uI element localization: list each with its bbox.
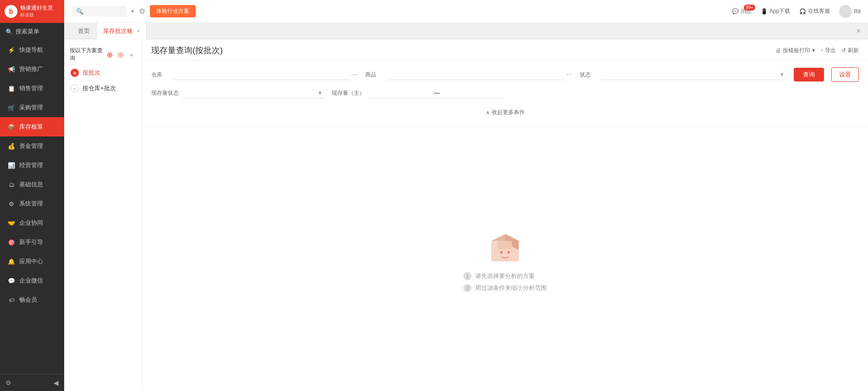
username-label: Rit xyxy=(854,8,861,15)
panel-close-icon[interactable]: × xyxy=(857,27,861,35)
stock-status-dropdown-icon: ▾ xyxy=(319,89,322,96)
tip-text-1: 请先选择要分析的方案 xyxy=(475,272,535,280)
system-icon: ⚙ xyxy=(7,200,16,208)
menu-label: 应用中心 xyxy=(19,257,43,266)
sidebar-item-inventory[interactable]: 📦 库存核算 xyxy=(0,117,64,136)
print-dropdown-icon[interactable]: ▾ xyxy=(812,47,815,54)
sidebar-item-marketing[interactable]: 📢 营销推广 xyxy=(0,60,64,79)
print-icon: 🖨 xyxy=(775,47,781,54)
empty-tip-2: 2 用过滤条件来缩小分析范围 xyxy=(463,284,547,292)
tab-close-icon[interactable]: × xyxy=(137,28,140,34)
wechat-icon: 💬 xyxy=(7,277,16,285)
plan-item-batch[interactable]: ⊕ 按批次 xyxy=(64,65,142,81)
sidebar-item-system[interactable]: ⚙ 系统管理 xyxy=(0,194,64,213)
menu-label: 经营管理 xyxy=(19,161,43,169)
product-dots-btn[interactable]: ··· xyxy=(566,71,572,79)
sidebar-menu: ⚡ 快捷导航 📢 营销推广 📋 销售管理 🛒 采购管理 📦 库存核算 💰 资金管… xyxy=(0,40,64,374)
plan-section-label: 按以下方案查询 xyxy=(70,47,105,62)
collapse-more-btn[interactable]: ∧ 收起更多条件 xyxy=(151,106,859,119)
menu-label: 营销推广 xyxy=(19,65,43,73)
collapse-panel-btn[interactable]: « xyxy=(127,50,136,59)
member-icon: 🏷 xyxy=(7,296,16,304)
menu-label: 快捷导航 xyxy=(19,46,43,54)
plan-warehouse-batch-label: 按仓库+批次 xyxy=(82,84,116,92)
online-service-action[interactable]: 🎧 在线客服 xyxy=(799,7,830,15)
app-download-label: App下载 xyxy=(769,7,790,15)
app-logo: b xyxy=(5,5,17,18)
app-title: 畅康通好生意 xyxy=(20,5,53,12)
online-service-label: 在线客服 xyxy=(808,7,830,15)
svg-point-4 xyxy=(500,251,503,254)
message-action[interactable]: 💬 消息 99+ xyxy=(732,7,752,15)
sidebar-item-sales[interactable]: 📋 销售管理 xyxy=(0,79,64,98)
warehouse-input[interactable] xyxy=(173,70,350,80)
inventory-icon: 📦 xyxy=(7,123,16,131)
finance-icon: 💰 xyxy=(7,142,16,150)
message-badge: 99+ xyxy=(744,5,755,11)
operations-icon: 📊 xyxy=(7,161,16,169)
sidebar-item-purchase[interactable]: 🛒 采购管理 xyxy=(0,98,64,117)
topbar-search-box[interactable]: 🔍 xyxy=(71,6,126,16)
tip-text-2: 用过滤条件来缩小分析范围 xyxy=(475,284,547,292)
plan-settings-btn[interactable]: ◎ xyxy=(116,50,125,59)
qty-filter: 现存量（主） — xyxy=(332,87,505,98)
sidebar-item-collab[interactable]: 🤝 企业协同 xyxy=(0,213,64,233)
menu-label: 系统管理 xyxy=(19,200,43,208)
experience-btn[interactable]: 体验行业方案 xyxy=(150,5,196,17)
tab-home[interactable]: 首页 xyxy=(71,23,97,39)
qty-max-input[interactable] xyxy=(443,90,503,96)
page-title: 现存量查询(按批次) xyxy=(151,45,223,56)
collapse-sidebar-icon[interactable]: ◀ xyxy=(54,379,59,386)
status-select[interactable] xyxy=(604,71,780,78)
menu-label: 企业微信 xyxy=(19,277,43,285)
app-download-action[interactable]: 📱 App下载 xyxy=(761,7,790,15)
filter-settings-btn[interactable]: 设置 xyxy=(831,67,859,82)
tip-num-1: 1 xyxy=(463,272,472,280)
collab-icon: 🤝 xyxy=(7,219,16,227)
sidebar-item-finance[interactable]: 💰 资金管理 xyxy=(0,136,64,156)
sidebar-search[interactable]: 🔍 搜索菜单 xyxy=(0,23,64,40)
status-select-wrap[interactable]: ▾ xyxy=(602,69,786,80)
appstore-icon: 🔔 xyxy=(7,257,16,266)
tab-inventory-batch-label: 库存批次账 xyxy=(103,27,133,35)
tab-inventory-batch[interactable]: 库存批次账 × xyxy=(97,23,147,39)
filter-row-1: 仓库 ··· 商品 ··· 状态 xyxy=(151,67,859,82)
plan-item-warehouse-batch[interactable]: ○ 按仓库+批次 xyxy=(64,81,142,96)
sidebar-item-wechat[interactable]: 💬 企业微信 xyxy=(0,271,64,290)
status-filter: 状态 ▾ xyxy=(580,69,786,80)
collapse-label: 收起更多条件 xyxy=(492,109,525,116)
warehouse-dots-btn[interactable]: ··· xyxy=(352,71,358,79)
print-btn[interactable]: 🖨 按模板打印 ▾ xyxy=(775,47,815,54)
topbar-search-input[interactable] xyxy=(86,8,123,15)
plan-batch-label: 按批次 xyxy=(82,69,100,77)
sales-icon: 📋 xyxy=(7,84,16,92)
sidebar-item-newbie[interactable]: 🎯 新手引导 xyxy=(0,233,64,252)
topbar-dropdown-icon[interactable]: ▾ xyxy=(131,8,134,15)
topbar-settings-icon[interactable]: ⚙ xyxy=(139,7,145,16)
empty-state: 1 请先选择要分析的方案 2 用过滤条件来缩小分析范围 xyxy=(142,126,868,391)
sidebar-item-member[interactable]: 🏷 畅会员 xyxy=(0,290,64,310)
sidebar: b 畅康通好生意 标准版 🔍 搜索菜单 ⚡ 快捷导航 📢 营销推广 📋 销售管理… xyxy=(0,0,64,391)
settings-footer-icon[interactable]: ⚙ xyxy=(5,379,11,386)
user-profile[interactable]: Rit xyxy=(839,5,861,18)
sidebar-item-appstore[interactable]: 🔔 应用中心 xyxy=(0,252,64,271)
menu-label: 畅会员 xyxy=(19,296,37,304)
sidebar-item-basic[interactable]: 🗂 基础信息 xyxy=(0,175,64,194)
qty-separator: — xyxy=(434,89,440,96)
product-input[interactable] xyxy=(387,70,564,80)
qty-input-wrap: — xyxy=(368,87,505,98)
refresh-btn[interactable]: ↺ 刷新 xyxy=(841,47,859,54)
query-btn[interactable]: 查询 xyxy=(794,68,824,81)
add-plan-btn[interactable]: ⊕ xyxy=(105,50,114,59)
plan-warehouse-batch-icon: ○ xyxy=(71,84,79,92)
menu-label: 新手引导 xyxy=(19,238,43,246)
menu-label: 销售管理 xyxy=(19,84,43,92)
sidebar-item-operations[interactable]: 📊 经营管理 xyxy=(0,156,64,175)
stock-status-select[interactable] xyxy=(185,90,319,96)
app-download-icon: 📱 xyxy=(761,8,768,15)
export-btn[interactable]: ↑ 导出 xyxy=(820,47,836,54)
sidebar-item-shortcut[interactable]: ⚡ 快捷导航 xyxy=(0,40,64,60)
purchase-icon: 🛒 xyxy=(7,103,16,112)
qty-min-input[interactable] xyxy=(371,90,431,96)
stock-status-select-wrap[interactable]: ▾ xyxy=(182,87,324,98)
